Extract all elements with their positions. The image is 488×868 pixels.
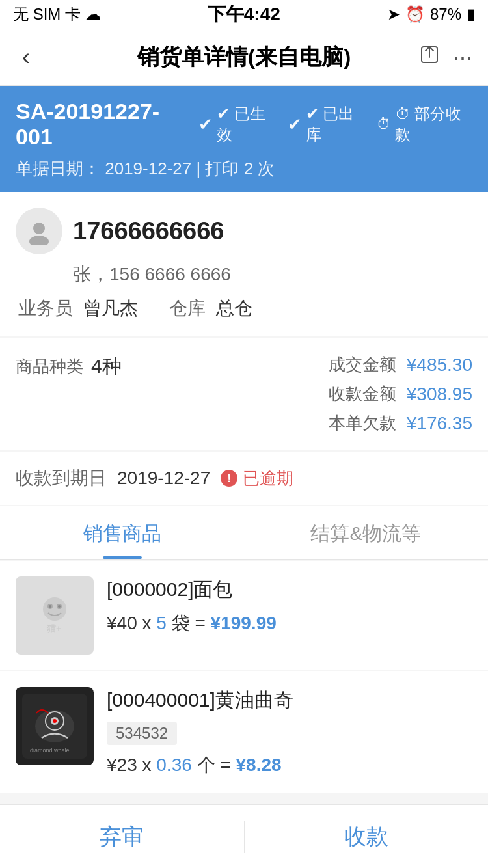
badge-partial-payment: ⏱ ⏱ 部分收款 [377,103,472,145]
customer-username: 17666666666 [73,217,224,245]
battery-status: 87% [430,5,461,23]
status-time: 下午4:42 [208,2,280,27]
salesperson-label: 业务员 [18,298,73,318]
svg-point-2 [29,236,49,245]
product-unit-price-1: ¥40 [107,613,137,633]
product-total-1: ¥199.99 [211,613,277,633]
product-price-line-2: ¥23 x 0.36 个 = ¥8.28 [107,753,472,778]
clock-icon: ⏱ [377,116,391,133]
product-image-2: diamond whale [16,687,94,765]
badge-partial-label: ⏱ 部分收款 [395,103,472,145]
overdue-text: 已逾期 [243,467,293,490]
product-info-2: [000400001]黄油曲奇 534532 ¥23 x 0.36 个 = ¥8… [107,687,472,778]
check-icon-effective: ✔ [198,115,213,135]
deal-amount-label: 成交金额 [329,353,396,376]
confirm-button[interactable]: 收款 [245,805,489,868]
stats-section: 商品种类 4种 成交金额 ¥485.30 收款金额 ¥308.95 本单欠款 ¥… [0,338,488,450]
page-title: 销货单详情(来自电脑) [137,42,351,72]
list-item: 猫+ [0000002]面包 ¥40 x 5 袋 = ¥199.99 [0,561,488,670]
status-bar: 无 SIM 卡 ☁ 下午4:42 ➤ ⏰ 87% ▮ [0,0,488,29]
product-unit-price-2: ¥23 [107,755,137,775]
product-name-1: 面包 [193,578,232,600]
receipt-amount-row: 收款金额 ¥308.95 [329,383,472,405]
product-multiply-2: x [142,755,157,775]
nav-right-actions: ··· [419,44,472,71]
more-icon[interactable]: ··· [453,44,472,71]
list-item: diamond whale [000400001]黄油曲奇 534532 ¥23… [0,671,488,793]
status-right: ➤ ⏰ 87% ▮ [387,5,475,23]
product-kinds-label: 商品种类 [16,355,83,378]
stats-left: 商品种类 4种 [16,353,329,380]
product-unit-1: 袋 [172,613,190,633]
product-kinds-value: 4种 [91,353,122,380]
nav-bar: ‹ 销货单详情(来自电脑) ··· [0,29,488,86]
customer-sub-info: 张，156 6666 6666 [16,262,472,287]
product-info-1: [0000002]面包 ¥40 x 5 袋 = ¥199.99 [107,576,472,636]
receipt-amount-value: ¥308.95 [407,384,472,405]
badge-effective: ✔ ✔ 已生效 [198,103,277,145]
due-date-value: 2019-12-27 [117,468,210,489]
product-code-name-1: [0000002]面包 [107,576,472,603]
svg-text:diamond whale: diamond whale [30,747,70,753]
svg-point-7 [58,605,61,608]
salesperson-value: 曾凡杰 [83,298,138,318]
debt-amount-label: 本单欠款 [329,412,396,435]
tabs-container: 销售商品 结算&物流等 [0,506,488,560]
svg-point-6 [49,605,51,608]
check-icon-shipped: ✔ [288,115,302,135]
svg-point-3 [43,597,66,621]
product-thumb-2: diamond whale [16,687,94,765]
header-banner: SA-20191227-001 ✔ ✔ 已生效 ✔ ✔ 已出库 ⏱ ⏱ 部分收款… [0,86,488,192]
due-section: 收款到期日 2019-12-27 ! 已逾期 [0,452,488,505]
deal-amount-row: 成交金额 ¥485.30 [329,353,472,376]
badge-effective-label: ✔ 已生效 [217,103,277,145]
svg-text:猫+: 猫+ [46,623,61,634]
tab-settlement[interactable]: 结算&物流等 [244,506,488,559]
product-qty-2: 0.36 [156,755,192,775]
svg-point-13 [53,719,57,723]
date-label: 单据日期： [16,159,100,178]
product-code-2: [000400001] [107,689,215,711]
product-qty-1: 5 [156,613,167,633]
product-equals-1: = [195,613,210,633]
overdue-icon: ! [221,470,237,487]
share-icon[interactable] [419,44,440,71]
order-id: SA-20191227-001 [16,99,188,150]
product-price-line-1: ¥40 x 5 袋 = ¥199.99 [107,611,472,636]
salesperson-info: 业务员 曾凡杰 [18,296,138,321]
product-code-1: [0000002] [107,578,193,600]
product-spec-badge-2: 534532 [107,722,177,745]
customer-row: 17666666666 [16,208,472,254]
cancel-button[interactable]: 弃审 [0,805,244,868]
due-label: 收款到期日 [16,466,107,491]
alarm-icon: ⏰ [405,5,425,23]
header-row2: 单据日期： 2019-12-27 | 打印 2 次 [16,157,472,180]
avatar [16,208,62,254]
product-image-placeholder-1: 猫+ [16,576,94,655]
customer-section: 17666666666 张，156 6666 6666 业务员 曾凡杰 仓库 总… [0,192,488,336]
product-code-name-2: [000400001]黄油曲奇 [107,687,472,714]
back-button[interactable]: ‹ [16,37,36,77]
debt-amount-row: 本单欠款 ¥176.35 [329,412,472,435]
product-list: 猫+ [0000002]面包 ¥40 x 5 袋 = ¥199.99 [0,561,488,793]
svg-point-1 [33,223,45,234]
status-left: 无 SIM 卡 ☁ [13,4,101,25]
deal-amount-value: ¥485.30 [407,355,472,375]
product-multiply-1: x [142,613,157,633]
svg-point-10 [35,710,74,742]
bottom-bar: 弃审 收款 [0,804,488,868]
product-name-2: 黄油曲奇 [215,689,293,711]
header-row1: SA-20191227-001 ✔ ✔ 已生效 ✔ ✔ 已出库 ⏱ ⏱ 部分收款 [16,99,472,150]
overdue-badge: ! 已逾期 [221,467,293,490]
customer-meta: 业务员 曾凡杰 仓库 总仓 [16,296,472,321]
date-value: 2019-12-27 [105,159,191,178]
product-thumb-1: 猫+ [16,576,94,655]
badge-shipped-label: ✔ 已出库 [306,103,366,145]
product-total-2: ¥8.28 [236,755,281,775]
product-kinds: 商品种类 4种 [16,353,329,380]
tab-sales-products[interactable]: 销售商品 [0,506,244,559]
print-info: | 打印 2 次 [196,159,275,178]
badge-shipped: ✔ ✔ 已出库 [288,103,366,145]
debt-amount-value: ¥176.35 [407,413,472,434]
tab-sales-label: 销售商品 [83,522,161,544]
